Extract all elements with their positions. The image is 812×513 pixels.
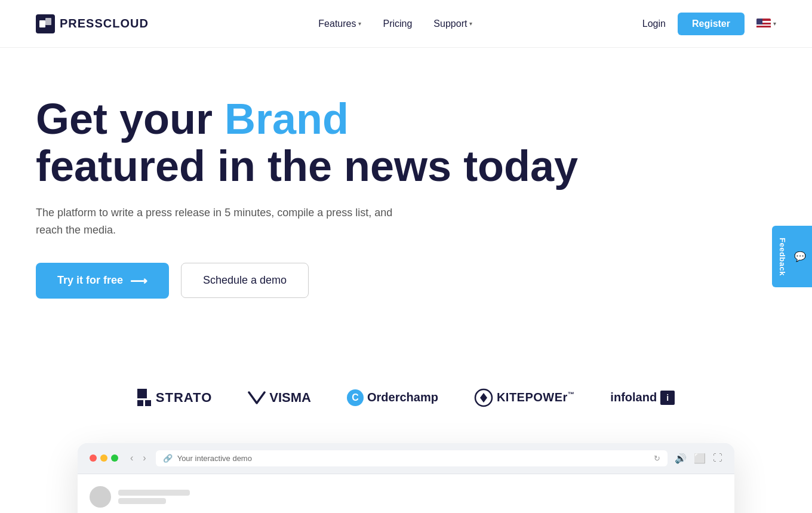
- visma-text: VISMA: [269, 390, 311, 406]
- hero-title-part2: featured in the news today: [36, 142, 578, 190]
- nav-links: Features ▾ Pricing Support ▾: [318, 19, 472, 29]
- url-text: Your interactive demo: [177, 454, 252, 463]
- hero-section: Get your Brand featured in the news toda…: [0, 48, 812, 376]
- orderchamp-icon: C: [347, 389, 364, 406]
- cast-icon[interactable]: ⬜: [694, 453, 706, 464]
- kitepower-icon: [474, 388, 493, 407]
- logo-text: PRESSCLOUD: [60, 17, 149, 30]
- fullscreen-icon[interactable]: ⛶: [713, 453, 722, 464]
- svg-rect-0: [39, 20, 45, 27]
- browser-actions: 🔊 ⬜ ⛶: [675, 453, 722, 464]
- hero-title-brand: Brand: [224, 95, 349, 143]
- app-header-row: [90, 486, 722, 508]
- schedule-demo-button[interactable]: Schedule a demo: [181, 263, 309, 298]
- app-avatar: [90, 486, 111, 508]
- browser-url-bar[interactable]: 🔗 Your interactive demo ↻: [156, 450, 668, 466]
- strato-square-3: [145, 400, 151, 406]
- support-dropdown-arrow: ▾: [469, 20, 472, 27]
- nav-pricing[interactable]: Pricing: [383, 19, 412, 29]
- hero-buttons: Try it for free ⟶ Schedule a demo: [36, 263, 776, 299]
- browser-dots: [90, 454, 118, 462]
- kitepower-text: KITEPOWEr™: [497, 391, 574, 404]
- nav-features[interactable]: Features ▾: [318, 19, 361, 29]
- strato-square-1: [137, 389, 147, 398]
- blurred-username: [118, 490, 190, 496]
- infoland-text: infoland: [610, 391, 657, 404]
- reload-icon: ↻: [654, 454, 660, 463]
- browser-toolbar: ‹ › 🔗 Your interactive demo ↻ 🔊 ⬜ ⛶: [78, 443, 734, 474]
- strato-square-2: [137, 400, 143, 406]
- back-button[interactable]: ‹: [128, 451, 136, 465]
- blurred-subtitle: [118, 498, 166, 504]
- logo[interactable]: PRESSCLOUD: [36, 14, 149, 33]
- hero-title: Get your Brand featured in the news toda…: [36, 96, 776, 190]
- strato-text: STRATO: [156, 390, 212, 406]
- feedback-tab[interactable]: 💬 Feedback: [772, 226, 813, 288]
- nav-right: Login Register ▾: [642, 13, 776, 35]
- flag-icon: [756, 19, 771, 29]
- orderchamp-logo: C Orderchamp: [347, 389, 438, 406]
- try-free-button[interactable]: Try it for free ⟶: [36, 263, 169, 299]
- visma-icon: [248, 391, 266, 404]
- language-selector[interactable]: ▾: [756, 19, 776, 29]
- dot-green: [111, 454, 118, 462]
- browser-mockup: ‹ › 🔗 Your interactive demo ↻ 🔊 ⬜ ⛶: [78, 443, 734, 513]
- demo-section: ‹ › 🔗 Your interactive demo ↻ 🔊 ⬜ ⛶: [0, 443, 812, 513]
- volume-icon[interactable]: 🔊: [675, 453, 687, 464]
- strato-logo: STRATO: [137, 389, 212, 406]
- lang-dropdown-arrow: ▾: [773, 20, 776, 27]
- hero-title-part1: Get your: [36, 95, 224, 143]
- orderchamp-text: Orderchamp: [367, 391, 438, 404]
- infoland-icon: i: [660, 391, 675, 405]
- dot-yellow: [100, 454, 107, 462]
- app-header-text: [118, 490, 190, 504]
- browser-content: Dashboard Smart Press Release Suggestion…: [78, 474, 734, 513]
- hero-subtitle: The platform to write a press release in…: [36, 204, 394, 239]
- browser-nav: ‹ ›: [128, 451, 149, 465]
- register-button[interactable]: Register: [678, 13, 745, 35]
- link-icon: 🔗: [163, 454, 173, 463]
- features-dropdown-arrow: ▾: [358, 20, 361, 27]
- login-button[interactable]: Login: [642, 19, 666, 29]
- nav-support[interactable]: Support ▾: [433, 19, 472, 29]
- feedback-label: Feedback: [778, 238, 787, 276]
- dot-red: [90, 454, 97, 462]
- kitepower-logo: KITEPOWEr™: [474, 388, 574, 407]
- feedback-icon: 💬: [794, 251, 807, 262]
- svg-rect-1: [45, 18, 51, 25]
- navbar: PRESSCLOUD Features ▾ Pricing Support ▾ …: [0, 0, 812, 48]
- visma-logo: VISMA: [248, 390, 311, 406]
- infoland-logo: infoland i: [610, 391, 675, 405]
- arrow-icon: ⟶: [130, 274, 147, 288]
- strato-icon: [137, 389, 151, 406]
- logo-icon: [36, 14, 55, 33]
- forward-button[interactable]: ›: [140, 451, 148, 465]
- logos-section: STRATO VISMA C Orderchamp KITEPOWEr™ inf…: [0, 376, 812, 443]
